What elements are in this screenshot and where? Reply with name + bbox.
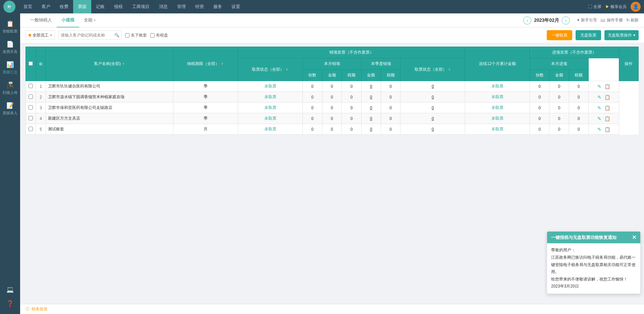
tax-disk-label: 有税盘 [156, 33, 168, 38]
table-row: 1 卫辉市玖玖健合医药有限公司 季 未取票 0 0 0 0 0 0 未取票 0 … [26, 81, 639, 92]
nav-operation[interactable]: 经营 [191, 0, 209, 13]
tab-full-capability[interactable]: 全能 ▾ [79, 13, 100, 27]
one-key-btn[interactable]: 一键取票 [547, 30, 572, 40]
row-index: 4 [36, 113, 46, 124]
nav-manage[interactable]: 管理 [172, 0, 191, 13]
nav-home[interactable]: 首页 [19, 0, 37, 13]
table-row: 2 卫辉市汲水镇下园调香烟营木种植家庭农场 季 未取票 0 0 0 0 0 0 … [26, 92, 639, 103]
my-account-checkbox[interactable] [125, 33, 129, 38]
row-detail-btn[interactable]: 📋 [603, 95, 611, 100]
row-action: ✎ 📋 [589, 103, 619, 113]
no-disk-ops-dropdown-icon: ▾ [633, 33, 635, 38]
row-input-status: 未取票 [465, 113, 530, 124]
employee-select[interactable]: 全部员工 ▾ [25, 30, 55, 40]
sidebar-item-scan-upload[interactable]: 📠 扫描上传 [0, 78, 20, 99]
row-input-monthly-count: 0 [530, 92, 549, 103]
select-all-checkbox[interactable] [29, 61, 33, 66]
nav-customer[interactable]: 客户 [37, 0, 55, 13]
refresh-btn[interactable]: ↻ 刷新 [626, 17, 639, 23]
th-tax-period: 纳税期限（全部） ▼ [173, 47, 238, 81]
nav-settings[interactable]: 设置 [227, 0, 245, 13]
tax-disk-checkbox[interactable] [150, 33, 155, 38]
prev-month-btn[interactable]: ‹ [523, 16, 531, 24]
customer-filter-icon[interactable]: ▼ [122, 62, 125, 66]
row-action: ✎ 📋 [589, 81, 619, 92]
no-disk-btn[interactable]: 无盘取票 [576, 30, 601, 40]
row-detail-btn[interactable]: 📋 [603, 116, 611, 121]
nav-service[interactable]: 服务 [209, 0, 227, 13]
nav-invoice[interactable]: 票据 [73, 0, 91, 13]
row-checkbox[interactable] [26, 103, 36, 113]
row-index: 1 [36, 81, 46, 92]
th-sales-monthly: 本月销项 [303, 58, 361, 70]
input-status-filter-icon[interactable]: ▼ [448, 68, 451, 71]
no-disk-ops-btn[interactable]: 无盘取票操作 ▾ [604, 30, 639, 40]
row-edit-btn[interactable]: ✎ [596, 127, 602, 132]
row-sales-status: 未取票 [238, 113, 303, 124]
invoice-summary-icon: 📊 [6, 61, 14, 68]
row-edit-btn[interactable]: ✎ [596, 95, 602, 100]
sidebar-item-issue-invoice[interactable]: 📄 发票开具 [0, 37, 20, 58]
row-detail-btn[interactable]: 📋 [603, 84, 611, 89]
user-avatar[interactable]: 👤 [631, 2, 641, 12]
nav-bookkeeping[interactable]: 记账 [91, 0, 109, 13]
row-checkbox[interactable] [26, 113, 36, 124]
row-edit-btn[interactable]: ✎ [596, 105, 602, 111]
sidebar-item-help[interactable]: ❓ [0, 297, 20, 311]
search-icon[interactable]: 🔍 [114, 33, 119, 38]
fullscreen-btn[interactable]: ⛶ 全屏 [588, 4, 601, 10]
row-index: 2 [36, 92, 46, 103]
row-input-monthly-amount: 0 [549, 103, 569, 113]
th-input-monthly-count: 份数 [530, 70, 549, 81]
tab-general-taxpayer[interactable]: 一般纳税人 [25, 13, 57, 27]
sidebar-item-download[interactable]: 💻 [0, 282, 20, 297]
row-tax-period: 季 [173, 113, 238, 124]
row-detail-btn[interactable]: 📋 [603, 105, 611, 111]
row-input-status: 未取票 [465, 103, 530, 113]
row-sales-quarterly-amount: 0 [361, 103, 381, 113]
notification-header: 一键报税与无盘取票功能恢复通知 ✕ [547, 232, 640, 243]
manual-btn[interactable]: 📖 操作手册 [600, 17, 623, 23]
new-guide-btn[interactable]: ✦ 新手引导 [577, 17, 597, 23]
sidebar-item-smart-invoice[interactable]: 📋 智能取票 [0, 17, 20, 37]
row-input-monthly-count: 0 [530, 124, 549, 135]
member-btn[interactable]: ▶ 畅享会员 [605, 4, 627, 10]
row-sales-monthly-count: 0 [303, 103, 322, 113]
th-action: 操作 [619, 47, 638, 81]
sidebar-label-smart-invoice: 智能取票 [3, 29, 17, 34]
tax-policy-link[interactable]: 税务政策 [32, 306, 48, 312]
sales-status-filter-icon[interactable]: ▼ [285, 68, 288, 71]
row-checkbox[interactable] [26, 124, 36, 135]
row-sales-monthly-tax: 0 [342, 124, 361, 135]
row-12months: 0 [400, 113, 465, 124]
row-sales-monthly-amount: 0 [322, 81, 341, 92]
row-edit-btn[interactable]: ✎ [596, 84, 602, 89]
my-account-checkbox-label[interactable]: 名下账套 [125, 33, 147, 38]
tab-small-scale[interactable]: 小规模 [57, 13, 79, 27]
row-edit-btn[interactable]: ✎ [596, 116, 602, 121]
notification-close-btn[interactable]: ✕ [632, 234, 636, 241]
nav-message[interactable]: 消息 [154, 0, 172, 13]
row-checkbox[interactable] [26, 81, 36, 92]
settings-icon[interactable]: ⚙ [39, 62, 43, 66]
next-month-btn[interactable]: › [562, 16, 570, 24]
row-sales-monthly-tax: 0 [342, 113, 361, 124]
row-checkbox[interactable] [26, 92, 36, 103]
tax-disk-checkbox-label[interactable]: 有税盘 [150, 33, 168, 38]
sidebar-bottom: 💻 ❓ [0, 282, 20, 314]
th-customer: 客户名称(全部) ▼ [46, 47, 173, 81]
sidebar-item-invoice-summary[interactable]: 📊 票据汇总 [0, 58, 20, 78]
nav-fee[interactable]: 收费 [55, 0, 73, 13]
row-12months: 0 [400, 92, 465, 103]
nav-tax[interactable]: 报税 [109, 0, 127, 13]
row-sales-quarterly-amount: 0 [361, 113, 381, 124]
row-input-monthly-count: 0 [530, 113, 549, 124]
row-action: ✎ 📋 [589, 113, 619, 124]
th-input-status: 取票状态（全部） ▼ [400, 58, 465, 81]
tax-period-filter-icon[interactable]: ▼ [221, 62, 224, 66]
row-tax-period: 季 [173, 81, 238, 92]
sidebar-item-invoice-entry[interactable]: 📝 票据录入 [0, 99, 20, 119]
search-input[interactable] [61, 33, 114, 38]
nav-business[interactable]: 工商项目 [127, 0, 154, 13]
row-detail-btn[interactable]: 📋 [603, 127, 611, 132]
